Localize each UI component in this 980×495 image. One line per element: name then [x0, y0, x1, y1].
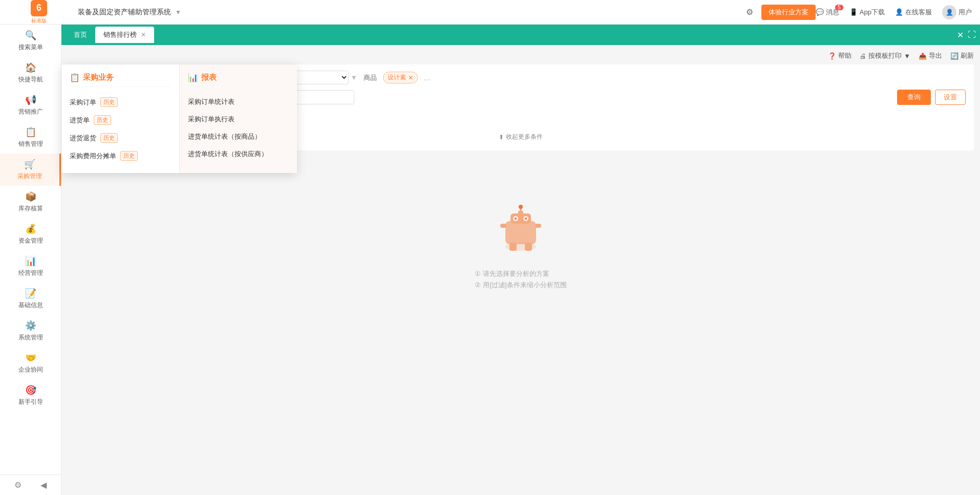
sidebar-item-quick[interactable]: 🏠 快捷导航	[0, 57, 61, 89]
finance-icon: 💰	[25, 223, 36, 234]
incoming-order-label: 进货单	[70, 116, 90, 125]
print-dropdown-arrow[interactable]: ▼	[904, 52, 910, 60]
refresh-button[interactable]: 🔄 刷新	[950, 51, 974, 60]
svg-point-6	[525, 218, 527, 220]
sidebar-item-label: 基础信息	[18, 301, 43, 310]
return-goods-item[interactable]: 进货退货 历史	[70, 129, 171, 147]
incoming-stat-supplier-item[interactable]: 进货单统计表（按供应商）	[188, 145, 289, 163]
tab-close-button[interactable]: ✕	[141, 31, 146, 38]
sidebar-item-label: 快捷导航	[18, 75, 43, 84]
tab-fullscreen-button[interactable]: ⛶	[968, 30, 976, 39]
sidebar-item-purchase[interactable]: 🛒 采购管理	[0, 154, 61, 186]
query-button[interactable]: 查询	[897, 90, 931, 105]
purchase-order-item[interactable]: 采购订单 历史	[70, 93, 171, 111]
logo-area: 6 标准版	[8, 0, 70, 25]
sidebar-item-label: 采购管理	[17, 172, 42, 181]
sidebar-collapse-button[interactable]: ◀	[40, 480, 47, 490]
system-icon: ⚙️	[25, 320, 36, 331]
avatar: 👤	[942, 5, 956, 19]
purchase-section-icon: 📋	[70, 73, 80, 82]
empty-tips: ①请先选择要分析的方案 ②用[过滤]条件来缩小分析范围	[475, 267, 566, 292]
goods-tag-remove[interactable]: ✕	[408, 74, 413, 81]
report-section: 📊 报表 采购订单统计表 采购订单执行表 进货单统计表（按商品） 进货单统计表（…	[179, 64, 297, 173]
sidebar-item-label: 资金管理	[18, 236, 43, 245]
sidebar-item-operations[interactable]: 📊 经营管理	[0, 250, 61, 283]
inventory-icon: 📦	[25, 191, 36, 202]
message-badge: 5	[835, 5, 843, 10]
sidebar-item-label: 经营管理	[18, 269, 43, 277]
sidebar-item-label: 搜索菜单	[18, 43, 43, 52]
system-name-arrow[interactable]: ▼	[175, 9, 181, 16]
logo-subtitle: 标准版	[31, 17, 47, 25]
goods-label: 商品	[364, 73, 377, 82]
tab-sales-rank[interactable]: 销售排行榜 ✕	[95, 27, 154, 43]
svg-rect-1	[505, 221, 536, 244]
purchase-order-history[interactable]: 历史	[100, 97, 118, 107]
sidebar-item-system[interactable]: ⚙️ 系统管理	[0, 315, 61, 347]
sidebar-item-basic[interactable]: 📝 基础信息	[0, 283, 61, 315]
sidebar-item-label: 新手引导	[18, 398, 43, 406]
return-goods-history[interactable]: 历史	[100, 133, 118, 143]
print-button[interactable]: 🖨 按模板打印 ▼	[860, 51, 910, 60]
settings-button[interactable]: ⚙	[742, 5, 757, 20]
collapse-icon: ⬆	[499, 134, 504, 141]
sidebar-settings-button[interactable]: ⚙	[14, 480, 22, 490]
sidebar-item-finance[interactable]: 💰 资金管理	[0, 218, 61, 250]
purchase-expense-history[interactable]: 历史	[120, 151, 138, 161]
sidebar-item-search[interactable]: 🔍 搜索菜单	[0, 25, 61, 57]
toolbar: ❓ 帮助 🖨 按模板打印 ▼ 📤 导出 🔄 刷新	[68, 51, 974, 60]
goods-tag: 设计素 ✕	[383, 72, 418, 83]
sidebar-item-inventory[interactable]: 📦 库存核算	[0, 186, 61, 218]
export-button[interactable]: 📤 导出	[919, 51, 942, 60]
industry-button[interactable]: 体验行业方案	[761, 5, 816, 20]
goods-ellipsis[interactable]: ...	[424, 73, 431, 82]
sidebar-item-marketing[interactable]: 📢 营销推广	[0, 89, 61, 121]
sales-icon: 📋	[25, 126, 36, 138]
service-icon: 👤	[895, 8, 903, 16]
phone-icon: 📱	[849, 8, 858, 16]
export-icon: 📤	[919, 52, 927, 60]
empty-state: ①请先选择要分析的方案 ②用[过滤]条件来缩小分析范围	[68, 155, 974, 333]
set-button[interactable]: 设置	[935, 90, 966, 105]
purchase-order-label: 采购订单	[70, 98, 96, 107]
message-button[interactable]: 💬 消息 5	[816, 8, 839, 17]
sidebar-item-label: 系统管理	[18, 333, 43, 342]
print-icon: 🖨	[860, 52, 866, 60]
incoming-order-item[interactable]: 进货单 历史	[70, 111, 171, 129]
report-section-icon: 📊	[188, 73, 198, 82]
logo-icon: 6	[31, 0, 47, 16]
purchase-order-exec-label: 采购订单执行表	[188, 115, 235, 124]
help-button[interactable]: ❓ 帮助	[828, 51, 851, 60]
app-download-button[interactable]: 📱 App下载	[849, 8, 885, 17]
incoming-order-history[interactable]: 历史	[94, 115, 111, 125]
purchase-order-stat-item[interactable]: 采购订单统计表	[188, 93, 289, 111]
sidebar-item-newbie[interactable]: 🎯 新手引导	[0, 379, 61, 412]
purchase-expense-item[interactable]: 采购费用分摊单 历史	[70, 147, 171, 165]
return-goods-label: 进货退货	[70, 134, 96, 143]
filter-action-buttons: 查询 设置	[897, 90, 966, 105]
home-icon: 🏠	[25, 62, 36, 73]
basic-icon: 📝	[25, 288, 36, 299]
system-name-text: 装备及固定资产辅助管理系统	[78, 8, 171, 17]
incoming-stat-goods-item[interactable]: 进货单统计表（按商品）	[188, 128, 289, 145]
sidebar-item-enterprise[interactable]: 🤝 企业协同	[0, 347, 61, 379]
sidebar-item-sales[interactable]: 📋 销售管理	[0, 121, 61, 154]
sidebar-bottom: ⚙ ◀	[0, 475, 61, 495]
tab-close-all-button[interactable]: ✕	[957, 30, 964, 40]
system-name: 装备及固定资产辅助管理系统 ▼	[78, 8, 742, 17]
online-service-button[interactable]: 👤 在线客服	[895, 8, 932, 17]
empty-illustration	[490, 196, 551, 257]
purchase-order-exec-item[interactable]: 采购订单执行表	[188, 111, 289, 128]
search-icon: 🔍	[25, 30, 36, 41]
user-menu-button[interactable]: 👤 用户	[942, 5, 972, 19]
tab-home[interactable]: 首页	[66, 27, 95, 43]
sidebar: 🔍 搜索菜单 🏠 快捷导航 📢 营销推广 📋 销售管理 🛒 采购管理 📦 库存核…	[0, 25, 61, 495]
top-bar: 6 标准版 装备及固定资产辅助管理系统 ▼ ⚙ 体验行业方案 💬 消息 5 📱 …	[0, 0, 980, 25]
newbie-icon: 🎯	[25, 384, 36, 396]
tab-home-label: 首页	[74, 30, 87, 39]
purchase-icon: 🛒	[24, 159, 35, 170]
svg-rect-13	[525, 243, 532, 251]
sidebar-item-label: 销售管理	[18, 140, 43, 148]
doc-status-dropdown-icon: ▼	[351, 74, 357, 81]
svg-rect-12	[509, 243, 517, 251]
